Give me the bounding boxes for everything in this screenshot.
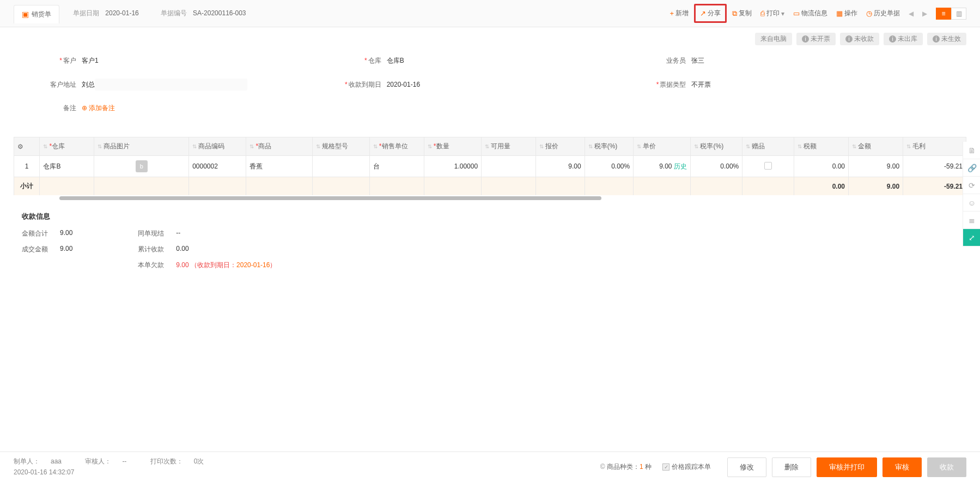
settle-value: -- xyxy=(176,229,180,238)
sales-order-icon: ▣ xyxy=(22,10,29,19)
modify-button[interactable]: 修改 xyxy=(727,457,766,477)
warehouse-value[interactable]: 仓库B xyxy=(387,56,404,65)
status-effect[interactable]: i未生效 xyxy=(927,33,966,45)
col-profit[interactable]: ⇅毛利 xyxy=(903,137,966,156)
cell-image[interactable]: b xyxy=(94,156,189,177)
copy-button[interactable]: ⧉复制 xyxy=(729,7,755,20)
new-button[interactable]: +新增 xyxy=(666,7,692,20)
view-list-button[interactable]: ≡ xyxy=(936,8,951,20)
truck-icon: ▭ xyxy=(793,9,800,17)
col-quote[interactable]: ⇅报价 xyxy=(536,137,585,156)
cell-warehouse[interactable]: 仓库B xyxy=(40,156,94,177)
field-customer: *客户 客户1 xyxy=(33,56,338,65)
side-refresh-icon[interactable]: ⟳ xyxy=(963,177,980,194)
share-button[interactable]: ↗分享 xyxy=(694,4,727,23)
logistics-button[interactable]: ▭物流信息 xyxy=(790,7,831,20)
document-tab[interactable]: ▣ 销货单 xyxy=(14,5,59,23)
table-header-row: ⚙ ⇅*仓库 ⇅商品图片 ⇅商品编码 ⇅*商品 ⇅规格型号 ⇅*销售单位 ⇅*数… xyxy=(14,137,966,156)
col-price[interactable]: ⇅单价 xyxy=(634,137,691,156)
bottom-bar: 制单人：aaa 审核人：-- 打印次数：0次 2020-01-16 14:32:… xyxy=(0,451,980,482)
no-label: 单据编号 xyxy=(161,9,187,17)
side-expand-icon[interactable]: ⤢ xyxy=(963,229,980,246)
col-spec[interactable]: ⇅规格型号 xyxy=(312,137,369,156)
review-print-button[interactable]: 审核并打印 xyxy=(817,457,877,477)
price-follow-checkbox[interactable]: ✓ 价格跟踪本单 xyxy=(662,462,711,472)
review-button[interactable]: 审核 xyxy=(882,457,922,477)
field-warehouse: *仓库 仓库B xyxy=(338,56,643,65)
cell-price[interactable]: 9.00历史 xyxy=(634,156,691,177)
customer-value[interactable]: 客户1 xyxy=(82,56,99,65)
view-card-button[interactable]: ▥ xyxy=(951,8,966,20)
side-list-icon[interactable]: ≣ xyxy=(963,212,980,229)
side-user-icon[interactable]: ☺ xyxy=(963,194,980,212)
owed-value: 9.00 （收款到期日：2020-01-16） xyxy=(176,261,276,270)
add-remark-link[interactable]: ⊕添加备注 xyxy=(82,104,115,113)
checkbox-icon: ✓ xyxy=(662,463,669,471)
top-actions: +新增 ↗分享 ⧉复制 ⎙打印▾ ▭物流信息 ▦操作 ◷历史单据 ◀ ▶ ≡ ▥ xyxy=(666,4,966,23)
horizontal-scrollbar[interactable] xyxy=(14,195,966,201)
items-table: ⚙ ⇅*仓库 ⇅商品图片 ⇅商品编码 ⇅*商品 ⇅规格型号 ⇅*销售单位 ⇅*数… xyxy=(14,137,966,196)
col-image[interactable]: ⇅商品图片 xyxy=(94,137,189,156)
plus-icon: + xyxy=(669,9,674,17)
side-tools: 🗎 🔗 ⟳ ☺ ≣ ⤢ xyxy=(963,142,980,246)
side-note-icon[interactable]: 🗎 xyxy=(963,142,980,159)
audit-info: 制单人：aaa 审核人：-- 打印次数：0次 2020-01-16 14:32:… xyxy=(14,456,226,477)
history-icon: ◷ xyxy=(866,9,872,17)
col-amount[interactable]: ⇅金额 xyxy=(849,137,903,156)
col-taxrate[interactable]: ⇅税率(%) xyxy=(585,137,634,156)
reviewer-value: -- xyxy=(122,457,126,465)
subtotal-label: 小计 xyxy=(14,177,40,196)
print-button[interactable]: ⎙打印▾ xyxy=(757,7,788,20)
field-invoicetype: *票据类型 不开票 xyxy=(642,79,947,91)
top-bar: ▣ 销货单 单据日期 2020-01-16 单据编号 SA-20200116-0… xyxy=(0,0,980,27)
status-bar: 来自电脑 i未开票 i未收款 i未出库 i未生效 xyxy=(0,27,980,51)
prev-arrow[interactable]: ◀ xyxy=(905,10,917,17)
side-attach-icon[interactable]: 🔗 xyxy=(963,159,980,177)
cell-product[interactable]: 香蕉 xyxy=(246,156,312,177)
form-area: *客户 客户1 *仓库 仓库B 业务员 张三 客户地址 刘总 *收款到期日 20… xyxy=(0,51,980,137)
col-available[interactable]: ⇅可用量 xyxy=(482,137,536,156)
status-receipt[interactable]: i未收款 xyxy=(840,33,879,45)
status-invoice[interactable]: i未开票 xyxy=(796,33,836,45)
cell-amount[interactable]: 9.00 xyxy=(849,156,903,177)
cell-spec[interactable] xyxy=(312,156,369,177)
cell-unit[interactable]: 台 xyxy=(369,156,424,177)
cell-code[interactable]: 0000002 xyxy=(189,156,246,177)
cell-quote[interactable]: 9.00 xyxy=(536,156,585,177)
cell-taxrate[interactable]: 0.00% xyxy=(585,156,634,177)
history-button[interactable]: ◷历史单据 xyxy=(863,7,903,20)
col-tax[interactable]: ⇅税率(%) xyxy=(691,137,742,156)
next-arrow[interactable]: ▶ xyxy=(919,10,930,17)
col-gift[interactable]: ⇅赠品 xyxy=(742,137,794,156)
operate-button[interactable]: ▦操作 xyxy=(833,7,861,20)
cell-gift[interactable] xyxy=(742,156,794,177)
col-warehouse[interactable]: ⇅*仓库 xyxy=(40,137,94,156)
col-taxamt[interactable]: ⇅税额 xyxy=(794,137,849,156)
col-unit[interactable]: ⇅*销售单位 xyxy=(369,137,424,156)
gear-header[interactable]: ⚙ xyxy=(14,137,40,156)
cell-available[interactable] xyxy=(482,156,536,177)
col-code[interactable]: ⇅商品编码 xyxy=(189,137,246,156)
subtotal-row: 小计 0.00 9.00 -59.21 xyxy=(14,177,966,196)
table-row[interactable]: 1 仓库B b 0000002 香蕉 台 1.00000 9.00 0.00% … xyxy=(14,156,966,177)
duedate-value[interactable]: 2020-01-16 xyxy=(387,81,420,88)
timestamp: 2020-01-16 14:32:07 xyxy=(14,467,226,478)
gift-checkbox[interactable] xyxy=(764,162,772,170)
cell-qty[interactable]: 1.00000 xyxy=(424,156,481,177)
scrollbar-thumb[interactable] xyxy=(59,196,601,200)
address-extra[interactable] xyxy=(95,79,247,91)
delete-button[interactable]: 删除 xyxy=(772,457,811,477)
address-value[interactable]: 刘总 xyxy=(82,80,95,89)
col-qty[interactable]: ⇅*数量 xyxy=(424,137,481,156)
col-product[interactable]: ⇅*商品 xyxy=(246,137,312,156)
cell-tax[interactable]: 0.00% xyxy=(691,156,742,177)
view-toggle: ≡ ▥ xyxy=(936,8,966,20)
receipt-button: 收款 xyxy=(927,457,966,477)
status-outstock[interactable]: i未出库 xyxy=(884,33,923,45)
price-history-link[interactable]: 历史 xyxy=(674,162,687,170)
invoicetype-value[interactable]: 不开票 xyxy=(691,80,711,89)
cell-profit[interactable]: -59.21 xyxy=(903,156,966,177)
cell-taxamt[interactable]: 0.00 xyxy=(794,156,849,177)
copy-icon: ⧉ xyxy=(732,9,737,18)
salesman-value[interactable]: 张三 xyxy=(691,56,704,65)
